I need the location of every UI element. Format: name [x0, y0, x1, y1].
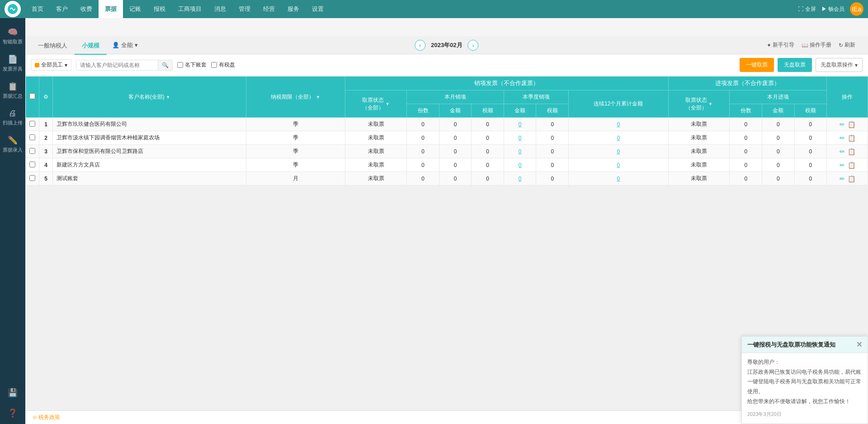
sidebar-item-invoice-entry[interactable]: ✏️ 票据录入: [0, 131, 25, 158]
row-sales-12month: 0: [569, 145, 669, 158]
purchase-status-filter-icon[interactable]: ▼: [708, 101, 713, 106]
row-sales-quarter-tax: 0: [536, 145, 569, 158]
nav-settings[interactable]: 设置: [306, 0, 330, 18]
nav-invoice[interactable]: 票据: [99, 0, 123, 18]
employee-filter[interactable]: 全部员工 ▾: [31, 59, 71, 71]
customer-filter-icon[interactable]: ▼: [166, 95, 170, 100]
no-disk-ticket-btn[interactable]: 无盘取票: [778, 58, 812, 72]
sidebar-item-invoice-issue[interactable]: 📄 发票开具: [0, 50, 25, 77]
tab-full[interactable]: 👤 全能 ▾: [107, 36, 143, 54]
row-purchase-month-amount: 0: [762, 145, 795, 158]
prev-period-btn[interactable]: ‹: [415, 40, 425, 51]
nav-manage[interactable]: 管理: [232, 0, 257, 18]
nav-home[interactable]: 首页: [25, 0, 50, 18]
notification-content: 尊敬的用户： 江苏政务网已恢复访问电子税务局功能，易代账一键登陆电子税务局与无盘…: [747, 357, 862, 406]
row-checkbox-cell: [26, 145, 39, 158]
manual-btn[interactable]: 📖 操作手册: [802, 41, 831, 49]
toolbar-right: 一键取票 无盘取票 无盘取票操作 ▾: [740, 58, 863, 72]
taxdisk-checkbox-input[interactable]: [211, 62, 217, 68]
table-row: 2 卫辉市汲水镇下园调香烟营木种植家庭农场 季 未取票 0 0 0 0 0 0 …: [26, 131, 868, 145]
row-sales-quarter-amount: 0: [504, 131, 536, 145]
tab-general-taxpayer[interactable]: 一般纳税人: [31, 37, 75, 55]
detail-action-icon[interactable]: 📋: [848, 134, 855, 142]
row-sales-month-amount: 0: [439, 172, 472, 186]
row-customer: 卫辉市玖玖健合医药有限公司: [53, 118, 246, 131]
help-icon: ❓: [8, 408, 18, 418]
notification-body-scroll[interactable]: 尊敬的用户： 江苏政务网已恢复访问电子税务局功能，易代账一键登陆电子税务局与无盘…: [742, 353, 868, 424]
refresh-btn[interactable]: ↻ 刷新: [839, 41, 855, 49]
settings-icon[interactable]: ⚙: [43, 94, 48, 100]
edit-action-icon[interactable]: ✏: [840, 121, 845, 128]
tab-small-scale[interactable]: 小规模: [75, 37, 107, 55]
select-all-checkbox[interactable]: [29, 93, 35, 99]
detail-action-icon[interactable]: 📋: [848, 175, 855, 182]
period-nav: ‹ 2023年02月 ›: [415, 40, 478, 51]
search-input[interactable]: [76, 60, 158, 70]
sidebar-label-invoice: 发票开具: [3, 66, 23, 72]
row-sales-quarter-tax: 0: [536, 158, 569, 172]
tax-disk-filter-checkbox[interactable]: 有税盘: [211, 61, 235, 69]
row-checkbox[interactable]: [29, 121, 35, 127]
nav-customer[interactable]: 客户: [50, 0, 74, 18]
main-table: ⚙ 客户名称(全部) ▼ 纳税期限（全部） ▼ 销项发: [25, 76, 868, 186]
row-sales-month-tax: 0: [472, 145, 504, 158]
notification-close-btn[interactable]: ✕: [856, 340, 862, 349]
row-purchase-month-count: 0: [730, 172, 762, 186]
table-row: 1 卫辉市玖玖健合医药有限公司 季 未取票 0 0 0 0 0 0 未取票 0 …: [26, 118, 868, 131]
next-period-btn[interactable]: ›: [468, 40, 479, 51]
sales-status-filter-icon[interactable]: ▼: [385, 101, 390, 106]
row-customer: 测试账套: [53, 172, 246, 186]
th-sales-quarter-amount: 金额: [504, 104, 536, 118]
manual-icon: 📖: [802, 42, 808, 48]
edit-action-icon[interactable]: ✏: [840, 148, 845, 155]
row-purchase-month-count: 0: [730, 158, 762, 172]
refresh-icon: ↻: [839, 42, 843, 48]
search-button[interactable]: 🔍: [158, 60, 172, 70]
period-filter-icon[interactable]: ▼: [316, 95, 320, 100]
nav-operation[interactable]: 经营: [257, 0, 281, 18]
nav-business[interactable]: 工商项目: [172, 0, 208, 18]
sidebar-item-scan-upload[interactable]: 🖨 扫描上传: [0, 104, 25, 131]
edit-action-icon[interactable]: ✏: [840, 162, 845, 169]
user-avatar[interactable]: tEa: [850, 2, 863, 16]
ops-dropdown-icon: ▾: [855, 62, 858, 68]
nav-message[interactable]: 消息: [208, 0, 232, 18]
row-actions: ✏ 📋: [827, 172, 868, 186]
sidebar-label-summary: 票据汇总: [3, 93, 23, 100]
invoice-issue-icon: 📄: [8, 54, 18, 64]
new-guide-btn[interactable]: ✦ 新手引导: [767, 41, 794, 49]
guide-icon: ✦: [767, 42, 771, 48]
sidebar-bottom: 💾 ❓: [0, 383, 25, 424]
row-checkbox-cell: [26, 158, 39, 172]
row-sales-month-count: 0: [407, 131, 439, 145]
filter-dot: [35, 63, 39, 67]
row-checkbox[interactable]: [29, 134, 35, 140]
nav-accounting[interactable]: 记账: [123, 0, 147, 18]
tax-policy-link[interactable]: ⊙ 税务政策: [33, 414, 60, 420]
row-checkbox[interactable]: [29, 175, 35, 181]
one-click-ticket-btn[interactable]: 一键取票: [740, 58, 774, 72]
edit-action-icon[interactable]: ✏: [840, 134, 845, 142]
sidebar-item-download[interactable]: 💾: [0, 383, 25, 404]
row-customer: 新建区方方文具店: [53, 158, 246, 172]
account-checkbox-input[interactable]: [177, 62, 183, 68]
member-btn[interactable]: ▶ 畅会员: [821, 5, 844, 13]
sidebar-item-invoice-summary[interactable]: 📋 票据汇总: [0, 77, 25, 104]
nav-billing[interactable]: 收费: [74, 0, 99, 18]
th-sales-month-count: 份数: [407, 104, 439, 118]
row-checkbox[interactable]: [29, 162, 35, 167]
row-checkbox[interactable]: [29, 148, 35, 154]
nav-tax[interactable]: 报税: [147, 0, 172, 18]
account-filter-checkbox[interactable]: 名下账套: [177, 61, 207, 69]
edit-action-icon[interactable]: ✏: [840, 175, 845, 182]
sidebar-item-smart-ticket[interactable]: 🧠 智能取票: [0, 23, 25, 50]
row-purchase-month-amount: 0: [762, 158, 795, 172]
nav-service[interactable]: 服务: [281, 0, 306, 18]
detail-action-icon[interactable]: 📋: [848, 148, 855, 155]
sidebar-item-help[interactable]: ❓: [0, 404, 25, 424]
detail-action-icon[interactable]: 📋: [848, 162, 855, 169]
detail-action-icon[interactable]: 📋: [848, 121, 855, 128]
no-disk-ops-btn[interactable]: 无盘取票操作 ▾: [816, 58, 863, 72]
row-purchase-month-amount: 0: [762, 172, 795, 186]
fullscreen-btn[interactable]: ⛶ 全屏: [798, 5, 816, 13]
